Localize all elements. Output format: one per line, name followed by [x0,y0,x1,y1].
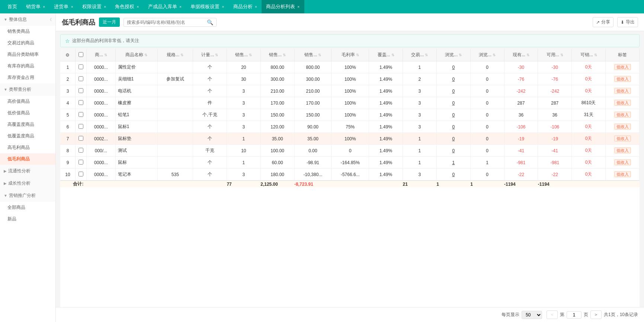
browse-link[interactable]: 0 [452,65,455,70]
sidebar-item-new-products[interactable]: 新品 [0,213,55,225]
nav-product-entry[interactable]: 产成品入库单 × [144,0,186,13]
col-sales-profit[interactable]: 销售... ⇅ [294,49,331,61]
nav-close-analysis-list[interactable]: × [297,4,299,9]
sidebar-item-all-products[interactable]: 全部商品 [0,202,55,213]
row-browse1[interactable]: 0 [436,169,470,181]
row-checkbox[interactable] [79,100,83,105]
sidebar-item-traded-products[interactable]: 交易过的商品 [0,37,55,49]
col-code[interactable]: 商... ⇅ [86,49,115,61]
search-icon[interactable]: 🔍 [207,19,213,25]
nav-sales-order[interactable]: 销货单 × [22,0,49,13]
browse-link[interactable]: 0 [452,172,455,177]
sidebar-item-category-rate[interactable]: 商品分类助销率 [0,49,55,60]
nav-close-permissions[interactable]: × [104,4,106,9]
sidebar-item-low-margin[interactable]: 低毛利商品 [0,153,55,165]
col-sales-qty[interactable]: 销售... ⇅ [227,49,260,61]
col-tag[interactable]: 标签 [606,49,640,61]
row-checkbox[interactable] [79,112,83,117]
row-checkbox-cell[interactable] [75,133,86,145]
prev-page-button[interactable]: ＜ [547,310,558,319]
row-checkbox-cell[interactable] [75,73,86,85]
browse-link[interactable]: 0 [452,77,455,82]
row-checkbox-cell[interactable] [75,97,86,109]
row-checkbox[interactable] [79,148,83,153]
sidebar-group-growth[interactable]: ▶ 成长性分析 [0,177,55,189]
date-filter-button[interactable]: 近一月 [99,17,120,27]
nav-product-analysis[interactable]: 商品分析 × [229,0,262,13]
page-input[interactable] [567,311,581,319]
row-checkbox[interactable] [79,136,83,141]
row-browse1[interactable]: 0 [436,145,470,157]
col-trade-count[interactable]: 交易... ⇅ [403,49,436,61]
row-browse1[interactable]: 0 [436,73,470,85]
nav-template-settings[interactable]: 单据模板设置 × [186,0,228,13]
row-checkbox[interactable] [79,64,83,69]
row-checkbox[interactable] [79,160,83,165]
sidebar-item-stock-capital[interactable]: 库存资金占用 [0,72,55,83]
nav-close-product-analysis[interactable]: × [255,4,257,9]
nav-close-template[interactable]: × [222,4,224,9]
sidebar-item-low-coverage[interactable]: 低覆盖度商品 [0,130,55,142]
export-button[interactable]: ⬇ 导出 [617,17,638,27]
col-unit[interactable]: 计量... ⇅ [193,49,227,61]
sidebar-group-overall[interactable]: ▼ 整体信息 《 [0,13,55,26]
col-coverage[interactable]: 覆盖... ⇅ [369,49,403,61]
browse-link[interactable]: 0 [452,136,455,141]
row-checkbox-cell[interactable] [75,157,86,169]
sidebar-item-high-margin[interactable]: 高毛利商品 [0,142,55,153]
nav-purchase-order[interactable]: 进货单 × [49,0,77,13]
sidebar-group-class-analysis[interactable]: ▼ 类帮查分析 [0,83,55,96]
share-button[interactable]: ↗ 分享 [593,17,613,27]
col-checkbox[interactable] [75,49,86,61]
browse-link[interactable]: 0 [452,124,455,130]
col-settings[interactable]: ⚙ [60,49,75,61]
row-checkbox-cell[interactable] [75,85,86,97]
row-checkbox-cell[interactable] [75,109,86,121]
row-browse1[interactable]: 0 [436,121,470,133]
sidebar-item-in-stock[interactable]: 有库存的商品 [0,60,55,72]
col-browse1[interactable]: 浏览... ⇅ [436,49,470,61]
sidebar-item-sales-products[interactable]: 销售类商品 [0,26,55,37]
sidebar-group-marketing[interactable]: ▼ 营销推广分析 [0,189,55,202]
select-all-checkbox[interactable] [79,52,83,57]
row-checkbox-cell[interactable] [75,169,86,181]
row-checkbox-cell[interactable] [75,145,86,157]
row-browse1[interactable]: 0 [436,97,470,109]
sidebar-item-high-value[interactable]: 高价值商品 [0,96,55,107]
col-browse2[interactable]: 浏览... ⇅ [470,49,504,61]
col-spec[interactable]: 规格... ⇅ [157,49,193,61]
row-browse1[interactable]: 0 [436,109,470,121]
col-sellable[interactable]: 可销... ⇅ [572,49,606,61]
row-checkbox-cell[interactable] [75,121,86,133]
browse-link[interactable]: 0 [452,112,455,118]
nav-role-auth[interactable]: 角色授权 × [110,0,143,13]
nav-analysis-list[interactable]: 商品分析列表 × [262,0,304,13]
col-available[interactable]: 可用... ⇅ [538,49,572,61]
row-browse1[interactable]: 0 [436,85,470,97]
nav-close-purchase-order[interactable]: × [71,4,73,9]
col-sales-amount[interactable]: 销售... ⇅ [260,49,294,61]
row-browse1[interactable]: 1 [436,157,470,169]
nav-close-product-entry[interactable]: × [179,4,182,9]
browse-link[interactable]: 0 [452,89,455,94]
browse-link[interactable]: 0 [452,101,455,106]
nav-close-sales-order[interactable]: × [43,4,45,9]
row-checkbox-cell[interactable] [75,61,86,73]
browse-link[interactable]: 0 [452,148,455,153]
collapse-icon[interactable]: 《 [48,17,52,22]
col-gross-margin[interactable]: 毛利率 ⇅ [331,49,369,61]
sidebar-group-circulation[interactable]: ▶ 流通性分析 [0,165,55,177]
row-browse1[interactable]: 0 [436,133,470,145]
row-browse1[interactable]: 0 [436,61,470,73]
row-checkbox[interactable] [79,124,83,129]
nav-home[interactable]: 首页 [3,0,22,13]
browse-link[interactable]: 1 [452,160,455,165]
nav-close-role-auth[interactable]: × [137,4,139,9]
row-checkbox[interactable] [79,172,83,176]
sidebar-item-high-coverage[interactable]: 高覆盖度商品 [0,119,55,130]
search-input[interactable] [127,20,207,25]
row-checkbox[interactable] [79,88,83,93]
nav-permissions[interactable]: 权限设置 × [78,0,110,13]
per-page-select[interactable]: 50 10 20 100 [522,311,542,319]
next-page-button[interactable]: ＞ [590,310,602,319]
